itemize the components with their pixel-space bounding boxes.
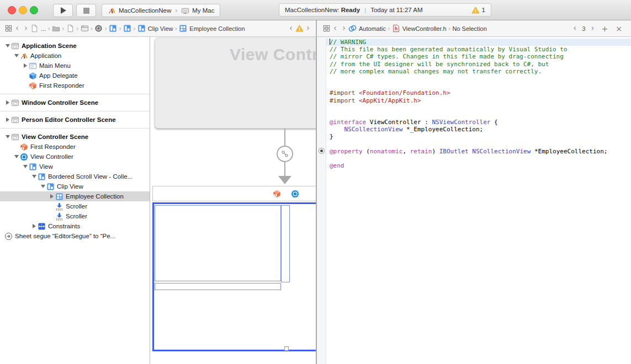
back-button[interactable]: ‹ bbox=[331, 24, 340, 33]
code-line[interactable]: @interface ViewController : NSViewContro… bbox=[326, 119, 631, 126]
outline-row[interactable]: Clip View bbox=[0, 181, 150, 191]
editor-divider[interactable] bbox=[316, 20, 317, 36]
code-line[interactable]: NSCollectionView *_EmployeeCollection; bbox=[326, 126, 631, 133]
outline-row[interactable]: Employee Collection bbox=[0, 191, 150, 201]
jumpbar-crumb[interactable] bbox=[94, 24, 103, 33]
outline-row[interactable]: View Controller Scene bbox=[0, 132, 150, 142]
segue-icon[interactable] bbox=[277, 146, 293, 162]
first-responder-icon[interactable]: 1 bbox=[273, 190, 281, 198]
view-controller-icon[interactable] bbox=[291, 190, 299, 198]
jumpbar-crumb[interactable] bbox=[109, 24, 117, 33]
disclosure-triangle[interactable] bbox=[13, 155, 20, 158]
jumpbar-file[interactable]: h ViewController.h bbox=[392, 24, 447, 33]
prev-counterpart-button[interactable]: ‹ bbox=[570, 24, 579, 33]
disclosure-triangle[interactable] bbox=[49, 194, 55, 199]
disclosure-triangle[interactable] bbox=[13, 54, 20, 57]
vertical-scroller[interactable] bbox=[281, 205, 290, 282]
minimize-button[interactable] bbox=[19, 6, 27, 14]
disclosure-triangle[interactable] bbox=[22, 63, 29, 68]
code-line[interactable]: // mirror C# types. Changes in this file… bbox=[326, 53, 631, 60]
close-editor-button[interactable]: × bbox=[612, 24, 625, 33]
stop-button[interactable] bbox=[76, 4, 96, 17]
code-line[interactable]: } bbox=[326, 133, 631, 140]
svg-text:1: 1 bbox=[22, 147, 23, 150]
resize-handle[interactable] bbox=[284, 346, 289, 351]
outline-row[interactable]: Scroller bbox=[0, 201, 150, 211]
code-line[interactable]: #import <AppKit/AppKit.h> bbox=[326, 97, 631, 104]
next-counterpart-button[interactable]: › bbox=[588, 24, 597, 33]
jumpbar-crumb[interactable] bbox=[123, 24, 131, 33]
outline-row[interactable]: Bordered Scroll View - Colle... bbox=[0, 172, 150, 181]
outline-row[interactable]: Constraints bbox=[0, 221, 150, 231]
outline-row[interactable]: View bbox=[0, 162, 150, 172]
horizontal-scroller[interactable] bbox=[155, 283, 281, 290]
collection-content-area[interactable] bbox=[155, 205, 281, 281]
chevron-right-icon: › bbox=[76, 25, 79, 33]
code-line[interactable] bbox=[326, 155, 631, 162]
outline-row[interactable]: App Delegate bbox=[0, 71, 150, 81]
warning-icon[interactable] bbox=[471, 6, 480, 14]
next-issue-button[interactable]: › bbox=[304, 24, 312, 33]
jumpbar-crumb[interactable] bbox=[66, 24, 75, 33]
prev-issue-button[interactable]: ‹ bbox=[287, 24, 295, 33]
outline-row[interactable]: 1First Responder bbox=[0, 81, 150, 90]
add-editor-button[interactable]: + bbox=[598, 24, 612, 33]
code-line[interactable]: // This file has been generated automati… bbox=[326, 46, 631, 53]
code-line[interactable]: // from the UI designer will be synchron… bbox=[326, 61, 631, 68]
jumpbar-crumb[interactable] bbox=[81, 24, 89, 33]
disclosure-triangle[interactable] bbox=[40, 185, 46, 188]
jumpbar-crumb[interactable]: Employee Collection bbox=[179, 24, 245, 33]
disclosure-triangle[interactable] bbox=[4, 100, 11, 105]
outlet-connection-well[interactable] bbox=[319, 148, 325, 154]
disclosure-triangle[interactable] bbox=[31, 224, 38, 228]
disclosure-triangle[interactable] bbox=[4, 135, 11, 138]
outline-row[interactable]: View Controller bbox=[0, 152, 150, 162]
related-items-icon[interactable] bbox=[4, 24, 13, 33]
jumpbar-crumb[interactable] bbox=[52, 24, 60, 33]
code-area[interactable]: // WARNING// This file has been generate… bbox=[326, 39, 631, 169]
code-line[interactable]: // WARNING bbox=[326, 39, 631, 46]
code-editor[interactable]: // WARNING// This file has been generate… bbox=[317, 37, 631, 364]
counterpart-count: 3 bbox=[580, 25, 587, 32]
disclosure-triangle[interactable] bbox=[4, 44, 11, 47]
forward-button[interactable]: › bbox=[340, 24, 348, 33]
disclosure-triangle[interactable] bbox=[31, 175, 38, 178]
scene-icon bbox=[11, 42, 19, 50]
run-button[interactable] bbox=[53, 4, 73, 17]
related-items-icon[interactable] bbox=[322, 24, 331, 33]
close-button[interactable] bbox=[8, 6, 16, 14]
outline-row[interactable]: 1First Responder bbox=[0, 142, 150, 152]
outline-row[interactable]: Application Scene bbox=[0, 41, 150, 51]
disclosure-triangle[interactable] bbox=[22, 165, 29, 168]
code-line[interactable] bbox=[326, 111, 631, 119]
code-line[interactable] bbox=[326, 75, 631, 82]
outline-row[interactable]: Window Controller Scene bbox=[0, 98, 150, 108]
back-button[interactable]: ‹ bbox=[13, 24, 22, 33]
code-line[interactable] bbox=[326, 82, 631, 89]
code-line[interactable]: #import <Foundation/Foundation.h> bbox=[326, 89, 631, 97]
outline-row[interactable]: Main Menu bbox=[0, 61, 150, 71]
outline-row[interactable]: Person Editor Controller Scene bbox=[0, 115, 150, 125]
code-line[interactable]: @end bbox=[326, 162, 631, 169]
employee-collection-view[interactable] bbox=[152, 202, 316, 351]
code-line[interactable] bbox=[326, 141, 631, 148]
jumpbar-mode[interactable]: Automatic bbox=[348, 24, 386, 33]
outline-row[interactable]: Sheet segue “EditorSegue” to “Pe... bbox=[0, 231, 150, 241]
jumpbar-crumb[interactable]: ... bbox=[30, 24, 46, 33]
view-icon bbox=[46, 183, 55, 191]
forward-button[interactable]: › bbox=[22, 24, 30, 33]
warning-icon[interactable] bbox=[295, 24, 304, 33]
jumpbar-selection[interactable]: No Selection bbox=[452, 25, 486, 32]
code-line[interactable]: @property (nonatomic, retain) IBOutlet N… bbox=[326, 148, 631, 155]
view-controller-scene-box[interactable]: View Controller bbox=[155, 38, 316, 129]
zoom-button[interactable] bbox=[30, 6, 38, 14]
ib-canvas[interactable]: View Controller 1 bbox=[150, 37, 316, 364]
code-line[interactable] bbox=[326, 104, 631, 111]
jumpbar-crumb[interactable]: Clip View bbox=[137, 24, 173, 33]
warning-count[interactable]: 1 bbox=[482, 7, 485, 13]
code-line[interactable]: // more complex manual changes may not t… bbox=[326, 68, 631, 75]
outline-row[interactable]: AApplication bbox=[0, 51, 150, 61]
scheme-selector[interactable]: A MacCollectionNew › My Mac bbox=[102, 4, 220, 17]
outline-row[interactable]: Scroller bbox=[0, 211, 150, 221]
disclosure-triangle[interactable] bbox=[4, 117, 11, 122]
